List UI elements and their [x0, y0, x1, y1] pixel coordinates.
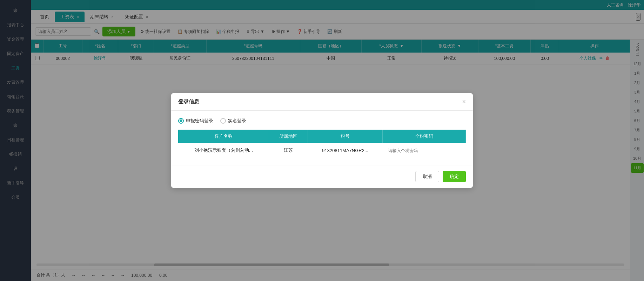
radio-realname-login[interactable]: 实名登录	[220, 118, 246, 124]
modal-body: 申报密码登录 实名登录 客户名称 所属地区 税号 个税密码	[171, 111, 473, 165]
col-region: 所属地区	[269, 130, 308, 143]
dialog-table-row: 刘小艳演示账套（勿删勿动... 江苏 91320811MA7NGR2...	[178, 143, 466, 158]
modal-overlay: 登录信息 × 申报密码登录 实名登录 客户名称	[0, 0, 644, 281]
modal-footer: 取消 确定	[171, 165, 473, 188]
dialog-table: 客户名称 所属地区 税号 个税密码 刘小艳演示账套（勿删勿动... 江苏 913…	[178, 130, 466, 158]
col-tax-password: 个税密码	[383, 130, 466, 143]
radio-realname-label: 实名登录	[228, 118, 246, 124]
radio-realname-btn	[220, 118, 226, 124]
cancel-button[interactable]: 取消	[415, 171, 439, 182]
region-cell: 江苏	[269, 143, 308, 158]
tax-no-cell: 91320811MA7NGR2...	[308, 143, 383, 158]
modal-header: 登录信息 ×	[171, 93, 473, 111]
modal-close-button[interactable]: ×	[462, 98, 466, 105]
modal-title: 登录信息	[178, 98, 199, 105]
tax-password-input[interactable]	[388, 148, 460, 153]
radio-group: 申报密码登录 实名登录	[178, 118, 466, 124]
login-modal: 登录信息 × 申报密码登录 实名登录 客户名称	[171, 93, 473, 188]
tax-password-cell[interactable]	[383, 143, 466, 158]
confirm-button[interactable]: 确定	[443, 171, 466, 182]
col-client-name: 客户名称	[178, 130, 269, 143]
col-tax-no: 税号	[308, 130, 383, 143]
client-name-cell: 刘小艳演示账套（勿删勿动...	[178, 143, 269, 158]
radio-password-label: 申报密码登录	[186, 118, 213, 124]
radio-password-login[interactable]: 申报密码登录	[178, 118, 213, 124]
radio-password-btn	[178, 118, 184, 124]
